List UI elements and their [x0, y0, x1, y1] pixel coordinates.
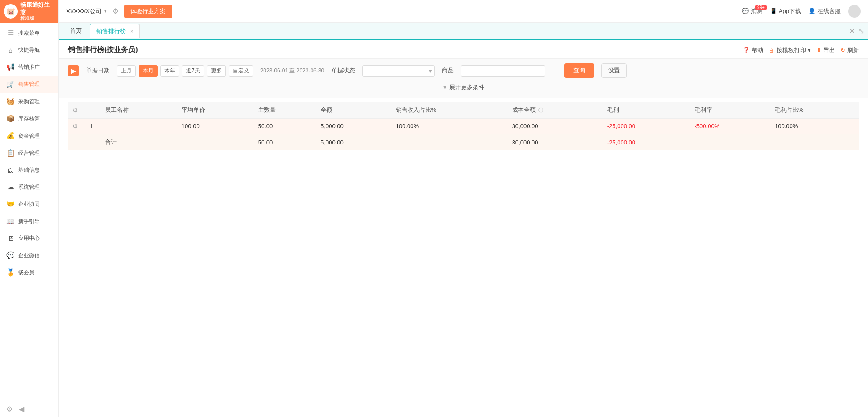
sidebar-item-search[interactable]: ☰ 搜索菜单 — [0, 24, 58, 42]
content-area: 销售排行榜(按业务员) ❓ 帮助 🖨 按模板打印 ▾ ⬇ 导出 ↻ 刷新 — [59, 40, 868, 417]
company-select[interactable]: XXXXXX公司 ▾ — [66, 7, 107, 15]
col-profit-rate: 毛利率 — [690, 102, 770, 119]
sidebar-item-apps[interactable]: 🖥 应用中心 — [0, 230, 58, 247]
col-rank — [82, 102, 101, 119]
app-download-item[interactable]: 📱 App下载 — [770, 7, 801, 15]
col-sales-pct: 销售收入占比% — [391, 102, 508, 119]
footer-profit-rate — [690, 134, 770, 151]
settings-button[interactable]: 设置 — [601, 63, 627, 78]
sidebar-label-member: 畅会员 — [18, 269, 34, 277]
row-cost: 30,000.00 — [508, 119, 603, 134]
sidebar-icon-marketing: 📢 — [6, 63, 14, 71]
sidebar-item-guide[interactable]: 📖 新手引导 — [0, 213, 58, 230]
footer-cost: 30,000.00 — [508, 134, 603, 151]
page-actions: ❓ 帮助 🖨 按模板打印 ▾ ⬇ 导出 ↻ 刷新 — [743, 46, 859, 54]
page-title: 销售排行榜(按业务员) — [68, 45, 138, 55]
query-button[interactable]: 查询 — [564, 63, 594, 78]
date-btn-prev[interactable]: 上月 — [117, 65, 136, 77]
filter-toggle-btn[interactable]: ▶ — [68, 65, 79, 76]
sidebar-item-member[interactable]: 🏅 畅会员 — [0, 264, 58, 281]
table-row: ⚙ 1 100.00 50.00 5,000.00 100.00% 30,000… — [68, 119, 859, 134]
sidebar-footer: ⚙ ◀ — [0, 401, 58, 417]
expand-more-button[interactable]: ▼ 展开更多条件 — [442, 81, 484, 93]
sidebar-label-inventory: 库存核算 — [18, 115, 40, 123]
app-download-icon: 📱 — [770, 8, 777, 14]
status-select[interactable] — [362, 65, 435, 77]
print-button[interactable]: 🖨 按模板打印 ▾ — [769, 46, 811, 54]
expand-row: ▼ 展开更多条件 — [68, 81, 859, 93]
sidebar-icon-system: ☁ — [6, 183, 14, 191]
row-profit-rate: -500.00% — [690, 119, 770, 134]
sidebar-item-inventory[interactable]: 📦 库存核算 — [0, 110, 58, 127]
sidebar-item-quick-nav[interactable]: ⌂ 快捷导航 — [0, 42, 58, 58]
tab-close-window-icon[interactable]: ✕ — [849, 27, 855, 35]
sidebar-logo: 🐷 畅康通好生意 标准版 — [0, 0, 58, 23]
company-chevron-icon: ▾ — [104, 8, 107, 14]
row-settings[interactable]: ⚙ — [68, 119, 82, 134]
col-cost: 成本全额 ⓘ — [508, 102, 603, 119]
help-button[interactable]: ❓ 帮助 — [743, 46, 763, 54]
row-avg-price: 100.00 — [177, 119, 254, 134]
filter-row-1: ▶ 单据日期 上月 本月 本年 近7天 更多 自定义 2023-06-01 至 … — [68, 63, 859, 78]
collapse-sidebar-icon[interactable]: ◀ — [19, 405, 24, 413]
logo-title: 畅康通好生意 — [20, 1, 55, 15]
print-icon: 🖨 — [769, 47, 775, 53]
sidebar-item-basic-info[interactable]: 🗂 基础信息 — [0, 162, 58, 178]
rankings-table: ⚙ 员工名称 平均单价 主数量 全额 销售收入占比% 成本全额 ⓘ 毛利 毛利率… — [68, 102, 859, 150]
sidebar-icon-wechat: 💬 — [6, 251, 14, 259]
app-download-label: App下载 — [779, 7, 801, 15]
sidebar-item-system[interactable]: ☁ 系统管理 — [0, 178, 58, 196]
sidebar-item-wechat[interactable]: 💬 企业微信 — [0, 247, 58, 264]
sidebar-icon-basic-info: 🗂 — [6, 166, 14, 174]
settings-footer-icon[interactable]: ⚙ — [6, 405, 13, 413]
sidebar-item-operations[interactable]: 📋 经营管理 — [0, 144, 58, 162]
table-header-row: ⚙ 员工名称 平均单价 主数量 全额 销售收入占比% 成本全额 ⓘ 毛利 毛利率… — [68, 102, 859, 119]
footer-avg-price — [177, 134, 254, 151]
tab-close-icon[interactable]: × — [130, 29, 133, 34]
topbar-gear-button[interactable]: ⚙ — [112, 7, 119, 15]
refresh-button[interactable]: ↻ 刷新 — [840, 46, 859, 54]
date-btn-cur[interactable]: 本月 — [139, 65, 158, 77]
sidebar-item-finance[interactable]: 💰 资金管理 — [0, 127, 58, 144]
tab-label: 销售排行榜 — [96, 27, 126, 35]
sidebar-item-marketing[interactable]: 📢 营销推广 — [0, 58, 58, 76]
date-btn-7[interactable]: 近7天 — [182, 65, 204, 77]
export-button[interactable]: ⬇ 导出 — [816, 46, 835, 54]
trial-button[interactable]: 体验行业方案 — [124, 5, 172, 18]
goods-more-btn[interactable]: ... — [552, 67, 557, 74]
print-label: 按模板打印 — [777, 46, 806, 54]
sidebar-icon-quick-nav: ⌂ — [6, 46, 14, 54]
cost-info-icon[interactable]: ⓘ — [538, 107, 543, 113]
tab-restore-icon[interactable]: ⤡ — [858, 27, 864, 35]
footer-sales-pct — [391, 134, 508, 151]
message-icon: 💬 — [742, 8, 749, 14]
online-service-item[interactable]: 👤 在线客服 — [808, 7, 841, 15]
status-label: 单据状态 — [331, 67, 355, 75]
message-item[interactable]: 💬 消息 99+ — [742, 7, 762, 15]
sidebar-label-collab: 企业协同 — [18, 201, 40, 208]
topbar-right: 💬 消息 99+ 📱 App下载 👤 在线客服 — [742, 5, 861, 18]
tab-home[interactable]: 首页 — [62, 23, 89, 38]
sidebar-item-sales[interactable]: 🛒 销售管理 — [0, 76, 58, 93]
footer-amount: 5,000.00 — [316, 134, 391, 151]
footer-profit-pct — [770, 134, 859, 151]
tab-sales-ranking[interactable]: 销售排行榜 × — [90, 24, 140, 38]
date-btn-year[interactable]: 本年 — [160, 65, 179, 77]
sidebar-item-collab[interactable]: 🤝 企业协同 — [0, 196, 58, 213]
tabbar-right: ✕ ⤡ — [849, 27, 864, 35]
expand-chevron-icon: ▼ — [442, 85, 447, 90]
online-service-icon: 👤 — [808, 8, 815, 14]
col-settings[interactable]: ⚙ — [68, 102, 82, 119]
goods-input[interactable] — [461, 65, 545, 77]
sidebar-item-purchase[interactable]: 🧺 采购管理 — [0, 93, 58, 110]
date-btn-custom[interactable]: 自定义 — [229, 65, 253, 77]
col-profit-pct: 毛利占比% — [770, 102, 859, 119]
date-btn-more[interactable]: 更多 — [207, 65, 226, 77]
col-profit: 毛利 — [603, 102, 690, 119]
export-label: 导出 — [823, 46, 835, 54]
user-avatar[interactable] — [848, 5, 861, 18]
sidebar-label-search: 搜索菜单 — [18, 29, 40, 37]
help-icon: ❓ — [743, 47, 750, 53]
company-name: XXXXXX公司 — [66, 7, 101, 15]
sidebar-icon-finance: 💰 — [6, 132, 14, 140]
